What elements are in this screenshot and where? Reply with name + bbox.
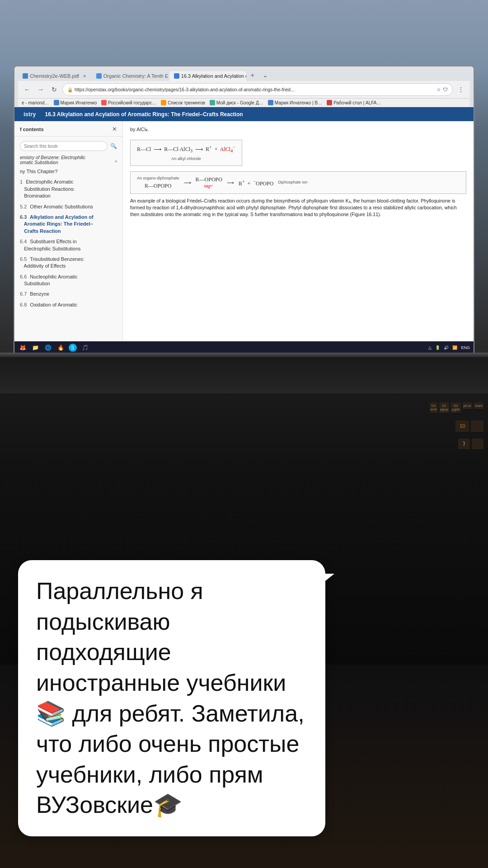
letter-row-1: ) (458, 439, 483, 450)
key-num-misc1[interactable] (471, 420, 483, 433)
key-insert[interactable]: insert (474, 402, 483, 410)
tab-favicon-organic (96, 73, 102, 79)
toc-item-why[interactable]: ny This Chapter? (14, 166, 122, 177)
toc-item-why-label: ny This Chapter? (20, 169, 58, 174)
tab-chemistry2e[interactable]: Chemistry2e-WEB.pdf ✕ (18, 71, 91, 81)
address-bar[interactable]: 🔒 https://openstax.org/books/organic-che… (62, 83, 453, 96)
toc-num-16-2: 5.2 (20, 204, 27, 209)
page-content: istry 16.3 Alkylation and Acylation of A… (14, 107, 474, 344)
new-tab-button[interactable]: + (247, 69, 258, 81)
bookmark-favicon-maria2 (268, 100, 273, 105)
shield-icon: 🛡 (443, 87, 448, 92)
toc-item-16-6[interactable]: 6.6 Nucleophilic Aromatic Substitution (14, 272, 122, 289)
key-f10[interactable]: f10end (430, 402, 437, 414)
content-area: f contents ✕ 🔍 emistry of Benzene: Elect… (14, 121, 474, 344)
taskbar-icon-skype[interactable]: S (69, 344, 77, 344)
toc-item-16-3[interactable]: 6.3 Alkylation and Acylation of Aromatic… (14, 212, 122, 236)
key-num-0[interactable]: 10 (455, 420, 469, 433)
toc-search-icon[interactable]: 🔍 (110, 143, 117, 149)
star-icon[interactable]: ☆ (436, 87, 441, 93)
toc-close-button[interactable]: ✕ (112, 126, 117, 132)
back-button[interactable]: ← (22, 84, 33, 95)
taskbar-icon-firefox[interactable]: 🔥 (56, 343, 65, 344)
toc-num-16-6: 6.6 (20, 274, 27, 279)
bookmark-spisok[interactable]: Список тренингов (161, 100, 205, 105)
tab-label-friedel: 16.3 Alkylation and Acylation of… (181, 73, 246, 79)
key-letter-2[interactable] (472, 439, 483, 450)
toc-item-16-4[interactable]: 6.4 Substituent Effects in Electrophilic… (14, 236, 122, 254)
tab-close-chemistry[interactable]: ✕ (83, 74, 86, 79)
extensions-button[interactable]: ⋮ (455, 84, 466, 95)
bookmark-rossiya[interactable]: Российский государс… (101, 100, 156, 105)
bookmark-label-maria2: Мария Игнатенко | В… (275, 100, 322, 105)
taskbar-icon-fox[interactable]: 🦊 (18, 343, 27, 344)
tab-favicon-friedel (174, 73, 179, 79)
taskbar-icon-edge[interactable]: 🌐 (43, 343, 52, 344)
toc-title: f contents (20, 127, 44, 132)
intro-text: by AlCl₃. (130, 126, 466, 133)
key-f12[interactable]: f12pgdn (451, 402, 461, 414)
toc-item-16-1[interactable]: 1 Electrophilic Aromatic Substitution Re… (14, 177, 122, 201)
screen-taskbar: 🦊 📁 🌐 🔥 S 🎵 △ 🔋 🔊 📶 ENG (14, 341, 474, 344)
reaction2-mg-label: Mg²⁺ (204, 184, 214, 190)
reaction2-arrow2: ⟶ (227, 179, 234, 187)
bookmark-label-maria: Мария Игнатенко (61, 100, 97, 105)
speech-bubble: Параллельно я подыскиваю подходящие инос… (18, 560, 325, 836)
reload-button[interactable]: ↻ (49, 84, 60, 95)
bookmark-label-mariond: е - mariоnd… (22, 100, 49, 105)
toc-intro-label: emistry of Benzene: Electrophilicomatic … (20, 155, 85, 165)
bookmark-favicon-rossiya (101, 100, 107, 105)
bookmark-gdisk[interactable]: Мой диск - Google Д… (210, 100, 263, 105)
bookmark-maria[interactable]: Мария Игнатенко (54, 100, 97, 105)
tab-menu-button[interactable]: ⌄ (259, 69, 272, 81)
reaction1-formula: R—Cl ⟶ R—Cl·AlCl3 ⟶ R+ + AlCl4− (137, 144, 235, 154)
toc-header: f contents ✕ (14, 126, 122, 137)
body-text: An example of a biological Friedel–Craft… (130, 198, 466, 218)
toc-item-16-5[interactable]: 6.5 Trisubstituted Benzenes: Additivity … (14, 254, 122, 272)
key-f11[interactable]: f11pgup (439, 402, 449, 414)
toc-num-16-8: 6.8 (20, 302, 27, 307)
number-row-keys: 10 (455, 420, 483, 433)
taskbar-icon-folder[interactable]: 📁 (31, 343, 40, 344)
url-text: https://openstax.org/books/organic-chemi… (75, 87, 295, 92)
browser-chrome: Chemistry2e-WEB.pdf ✕ Organic Chemistry:… (14, 66, 474, 107)
reaction2-diphosphate-label: Diphosphate ion (278, 179, 307, 186)
openstax-header: istry 16.3 Alkylation and Acylation of A… (14, 107, 474, 121)
toc-sidebar: f contents ✕ 🔍 emistry of Benzene: Elect… (14, 121, 123, 344)
reaction2-formula-part1: R—OPOPO (145, 182, 171, 190)
toc-label-16-1: Electrophilic Aromatic Substitution Reac… (20, 179, 75, 198)
tab-label-organic: Organic Chemistry: A Tenth Edi… (103, 73, 169, 79)
sidebar-search-area: 🔍 (14, 139, 122, 154)
speech-bubble-text: Параллельно я подыскиваю подходящие инос… (36, 578, 305, 818)
toc-search-input[interactable] (20, 141, 108, 151)
toc-item-16-2[interactable]: 5.2 Other Aromatic Substitutions (14, 202, 122, 212)
reaction2-formula-part2: R—OPOPO (196, 175, 222, 184)
bookmark-maria2[interactable]: Мария Игнатенко | В… (268, 100, 322, 105)
tab-label-chemistry: Chemistry2e-WEB.pdf (30, 73, 79, 79)
toc-num-16-5: 6.5 (20, 256, 27, 262)
tab-organic[interactable]: Organic Chemistry: A Tenth Edi… ✕ (92, 71, 169, 81)
toc-item-16-8[interactable]: 6.8 Oxidation of Aromatic (14, 300, 122, 310)
key-prtsc[interactable]: prt sc (463, 402, 472, 410)
browser-toolbar: ← → ↻ 🔒 https://openstax.org/books/organ… (18, 81, 470, 99)
forward-button[interactable]: → (35, 84, 46, 95)
toc-item-16-7[interactable]: 6.7 Benzyne (14, 289, 122, 299)
toc-expand-icon[interactable]: ^ (115, 160, 117, 165)
bookmark-label-rossiya: Российский государс… (108, 100, 156, 105)
bookmark-label-spisok: Список тренингов (168, 100, 205, 105)
taskbar-icon-media[interactable]: 🎵 (80, 343, 89, 344)
top-keys-row: f10end f11pgup f12pgdn prt sc insert (430, 402, 483, 414)
bookmark-mariond[interactable]: е - mariоnd… (22, 100, 49, 105)
tab-friedel[interactable]: 16.3 Alkylation and Acylation of… ✕ (169, 71, 246, 81)
reaction-box-2: An organo-diphosphate R—OPOPO ⟶ R—OPOPO … (130, 171, 466, 194)
bookmark-favicon-spisok (161, 100, 166, 105)
toc-num-16-1: 1 (20, 179, 23, 184)
bookmark-rabochiy[interactable]: Рабочий стол | ALFA… (327, 100, 381, 105)
toc-label-16-7: Benzyne (30, 291, 49, 297)
tab-favicon-chemistry (23, 73, 28, 79)
toc-section-header-intro: emistry of Benzene: Electrophilicomatic … (14, 154, 122, 166)
laptop-screen: Chemistry2e-WEB.pdf ✕ Organic Chemistry:… (14, 66, 474, 355)
browser-tabs: Chemistry2e-WEB.pdf ✕ Organic Chemistry:… (18, 69, 470, 81)
key-letter-1[interactable]: ) (458, 439, 470, 450)
toc-num-16-7: 6.7 (20, 291, 27, 297)
